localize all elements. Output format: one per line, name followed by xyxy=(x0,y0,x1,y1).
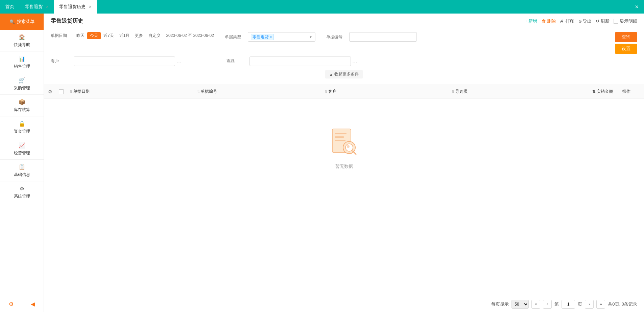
date-range-value: 2023-06-02 至 2023-06-02 xyxy=(166,33,214,39)
gear-icon: ⚙ xyxy=(18,185,26,192)
th-number-label: 单据编号 xyxy=(201,89,217,94)
main-layout: 🔍 搜索菜单 🏠 快捷导航 📊 销售管理 🛒 采购管理 📦 库存核算 🔒 xyxy=(0,14,644,312)
th-date-sort-icon[interactable]: ⇅ xyxy=(70,90,72,93)
th-ops-label: 操作 xyxy=(622,89,630,94)
customer-filter-dots[interactable]: ... xyxy=(176,58,182,65)
number-filter-group: 单据编号 xyxy=(326,32,417,42)
tab-retail-return-history[interactable]: 零售退货历史 × xyxy=(54,0,97,14)
svg-point-7 xyxy=(347,145,350,148)
type-filter-group: 单据类型 零售退货 × ▼ xyxy=(225,32,315,42)
date-filter: 昨天 今天 近7天 近1月 更多 自定义 xyxy=(74,32,163,39)
th-guide-sort-icon[interactable]: ⇅ xyxy=(452,90,454,93)
type-dropdown-arrow: ▼ xyxy=(309,35,312,39)
th-customer-sort-icon[interactable]: ⇅ xyxy=(325,90,327,93)
sidebar-bottom: ⚙ ◀ xyxy=(0,296,44,312)
table-area: ⚙ ⇅ 单据日期 ⇅ 单据编号 ⇅ 客户 ⇅ 导购员 xyxy=(44,85,644,296)
goods-filter-dots[interactable]: ... xyxy=(352,58,357,65)
th-amount: ⇅ 实销金额 xyxy=(579,89,613,94)
refresh-button[interactable]: ↺ 刷新 xyxy=(596,18,610,24)
sidebar-item-inventory[interactable]: 📦 库存核算 xyxy=(0,95,44,116)
query-button[interactable]: 查询 xyxy=(615,32,637,42)
setting-button[interactable]: 设置 xyxy=(615,44,637,54)
page-label: 第 xyxy=(554,301,559,307)
delete-button[interactable]: 🗑 删除 xyxy=(542,18,556,24)
per-page-select[interactable]: 50 10 20 100 xyxy=(511,300,529,309)
search-icon: 🔍 xyxy=(9,19,15,24)
tab-retail-return[interactable]: 零售退货 × xyxy=(20,0,54,14)
page-prev-button[interactable]: ‹ xyxy=(543,300,552,309)
collapse-up-icon: ▲ xyxy=(329,72,333,77)
type-filter-box[interactable]: 零售退货 × ▼ xyxy=(248,32,315,42)
sidebar-item-system-mgmt[interactable]: ⚙ 系统管理 xyxy=(0,181,44,203)
collapse-row: ▲ 收起更多条件 xyxy=(51,69,637,80)
svg-rect-1 xyxy=(335,133,347,134)
date-today[interactable]: 今天 xyxy=(87,32,101,39)
sidebar-item-finance-label: 资金管理 xyxy=(14,129,30,134)
tab-retail-return-close[interactable]: × xyxy=(46,4,48,9)
sidebar-item-quick-nav[interactable]: 🏠 快捷导航 xyxy=(0,30,44,51)
sidebar-collapse-icon[interactable]: ◀ xyxy=(31,301,35,307)
svg-rect-2 xyxy=(335,136,344,138)
th-amount-sort-icon[interactable]: ⇅ xyxy=(592,89,596,94)
collapse-button[interactable]: ▲ 收起更多条件 xyxy=(325,70,363,79)
sidebar-item-basic-info[interactable]: 📋 基础信息 xyxy=(0,160,44,181)
sidebar-item-purchase-mgmt[interactable]: 🛒 采购管理 xyxy=(0,73,44,95)
tab-home[interactable]: 首页 xyxy=(0,0,20,14)
table-settings-icon[interactable]: ⚙ xyxy=(48,89,59,94)
sidebar-item-purchase-mgmt-label: 采购管理 xyxy=(14,85,30,91)
type-tag-close[interactable]: × xyxy=(270,35,272,39)
th-customer: ⇅ 客户 xyxy=(325,89,452,94)
date-yesterday[interactable]: 昨天 xyxy=(74,32,87,39)
date-filter-label: 单据日期 xyxy=(51,33,71,39)
th-number-sort-icon[interactable]: ⇅ xyxy=(197,90,200,93)
empty-state: 暂无数据 xyxy=(44,98,644,197)
page-next-button[interactable]: › xyxy=(585,300,594,309)
th-customer-label: 客户 xyxy=(328,89,336,94)
empty-illustration xyxy=(327,126,361,159)
type-tag: 零售退货 × xyxy=(251,34,273,40)
box-icon: 📦 xyxy=(18,98,26,106)
sidebar-search[interactable]: 🔍 搜索菜单 xyxy=(0,14,44,30)
list-icon: 📋 xyxy=(18,163,26,171)
page-number-input[interactable] xyxy=(562,300,575,309)
export-button[interactable]: ⊙ 导出 xyxy=(578,18,592,24)
date-filter-group: 单据日期 昨天 今天 近7天 近1月 更多 自定义 2023-06-02 至 2… xyxy=(51,32,214,39)
page-first-button[interactable]: « xyxy=(531,300,540,309)
date-more[interactable]: 更多 xyxy=(132,32,146,39)
date-1month[interactable]: 近1月 xyxy=(117,32,133,39)
page-unit: 页 xyxy=(578,301,582,307)
date-custom[interactable]: 自定义 xyxy=(146,32,163,39)
number-filter-label: 单据编号 xyxy=(326,34,347,40)
th-date: ⇅ 单据日期 xyxy=(70,89,197,94)
window-close-button[interactable]: × xyxy=(635,3,639,10)
show-detail-checkbox[interactable] xyxy=(614,19,618,24)
table-select-all-checkbox[interactable] xyxy=(59,89,70,94)
table-header: ⚙ ⇅ 单据日期 ⇅ 单据编号 ⇅ 客户 ⇅ 导购员 xyxy=(44,85,644,98)
svg-point-5 xyxy=(345,144,353,151)
customer-filter-input[interactable] xyxy=(74,57,175,66)
number-filter-input[interactable] xyxy=(349,32,417,42)
print-button[interactable]: 🖨 打印 xyxy=(560,18,574,24)
th-guide: ⇅ 导购员 xyxy=(452,89,579,94)
sidebar-item-finance[interactable]: 🔒 资金管理 xyxy=(0,116,44,138)
th-number: ⇅ 单据编号 xyxy=(197,89,325,94)
sidebar-item-sales-mgmt[interactable]: 📊 销售管理 xyxy=(0,51,44,73)
add-button[interactable]: + 新增 xyxy=(525,18,537,24)
tab-retail-return-history-close[interactable]: × xyxy=(89,4,91,9)
sidebar-item-operations[interactable]: 📈 经营管理 xyxy=(0,138,44,160)
sidebar-item-inventory-label: 库存核算 xyxy=(14,107,30,113)
date-7days[interactable]: 近7天 xyxy=(101,32,117,39)
page-last-button[interactable]: » xyxy=(596,300,605,309)
type-tag-value: 零售退货 xyxy=(253,34,269,40)
svg-rect-3 xyxy=(335,140,345,141)
sidebar-settings-icon[interactable]: ⚙ xyxy=(9,301,14,307)
goods-filter-input[interactable] xyxy=(249,57,351,66)
th-date-label: 单据日期 xyxy=(73,89,90,94)
customer-filter-group: 客户 ... xyxy=(51,57,206,66)
filter-row-2: 客户 ... 商品 ... xyxy=(51,57,637,66)
page-header: 零售退货历史 + 新增 🗑 删除 🖨 打印 ⊙ 导出 ↺ 刷新 显示明细 xyxy=(44,14,644,85)
top-tab-bar: 首页 零售退货 × 零售退货历史 × × xyxy=(0,0,644,14)
show-detail-label: 显示明细 xyxy=(620,18,637,24)
type-filter-label: 单据类型 xyxy=(225,34,245,40)
sidebar-item-sales-mgmt-label: 销售管理 xyxy=(14,64,30,69)
